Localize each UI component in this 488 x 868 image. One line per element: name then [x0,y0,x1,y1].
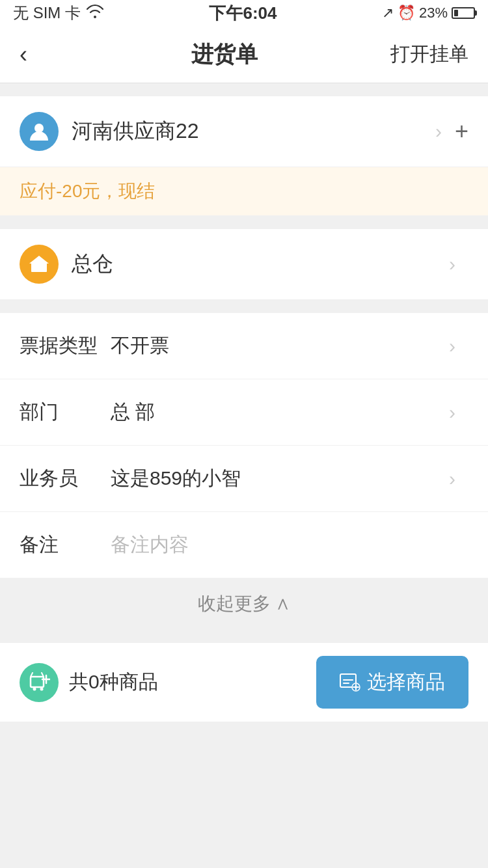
nav-bar: ‹ 进货单 打开挂单 [0,26,488,83]
invoice-row[interactable]: 票据类型 不开票 › [0,313,488,379]
location-icon: ↗ [382,5,394,21]
carrier-label: 无 SIM 卡 [13,3,81,23]
status-bar: 无 SIM 卡 下午6:04 ↗ ⏰ 23% [0,0,488,26]
supplier-name: 河南供应商22 [72,117,435,146]
warehouse-row[interactable]: 总仓 › [0,229,488,300]
sales-chevron-icon: › [449,468,455,490]
section-gap-4 [0,629,488,642]
time-label: 下午6:04 [209,2,277,25]
cart-icon-wrap [20,663,59,702]
dept-chevron-icon: › [449,401,455,424]
svg-rect-3 [36,266,42,272]
svg-rect-4 [31,677,44,687]
invoice-chevron-icon: › [449,335,455,357]
dept-row[interactable]: 部门 总 部 › [0,379,488,446]
section-gap-1 [0,83,488,96]
warehouse-icon [20,245,59,284]
section-gap-2 [0,216,488,229]
sales-value: 这是859的小智 [104,465,449,492]
supplier-section: 河南供应商22 › + 应付-20元，现结 [0,96,488,216]
lower-area [0,722,488,868]
supplier-avatar [20,112,59,151]
supplier-alert: 应付-20元，现结 [0,167,488,216]
remark-label: 备注 [20,532,104,558]
invoice-label: 票据类型 [20,332,104,359]
warehouse-chevron-icon: › [449,253,455,275]
dept-label: 部门 [20,399,104,426]
sales-label: 业务员 [20,465,104,492]
invoice-value: 不开票 [104,332,449,359]
back-button[interactable]: ‹ [20,41,59,68]
wifi-icon [86,4,104,22]
supplier-row[interactable]: 河南供应商22 › + [0,96,488,167]
remark-input[interactable]: 备注内容 [104,532,468,558]
alarm-icon: ⏰ [398,5,415,21]
battery-icon [452,7,475,19]
supplier-chevron-icon: › [435,120,442,142]
sales-row[interactable]: 业务员 这是859的小智 › [0,446,488,512]
form-section: 票据类型 不开票 › 部门 总 部 › 业务员 这是859的小智 › 备注 备注… [0,313,488,578]
svg-marker-2 [29,256,49,264]
dept-value: 总 部 [104,399,449,426]
select-goods-button[interactable]: 选择商品 [316,656,468,709]
svg-point-5 [33,687,36,690]
section-gap-3 [0,300,488,313]
add-button[interactable]: + [455,118,468,145]
warehouse-name: 总仓 [72,250,449,278]
svg-point-0 [34,124,44,133]
select-goods-label: 选择商品 [367,669,445,696]
bottom-bar: 共0种商品 选择商品 [0,642,488,722]
warehouse-section: 总仓 › [0,229,488,300]
goods-count-label: 共0种商品 [69,669,158,696]
svg-point-6 [40,687,44,690]
status-right: ↗ ⏰ 23% [382,5,475,21]
goods-info: 共0种商品 [20,663,158,702]
status-left: 无 SIM 卡 [13,3,104,23]
page-title: 进货单 [191,40,258,70]
open-pending-button[interactable]: 打开挂单 [390,41,468,68]
remark-row[interactable]: 备注 备注内容 [0,512,488,578]
battery-percent: 23% [419,5,448,21]
collapse-button[interactable]: 收起更多 ∧ [0,578,488,629]
